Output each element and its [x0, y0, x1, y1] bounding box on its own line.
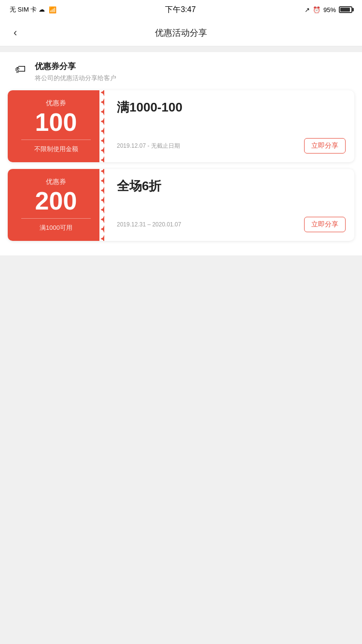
status-time: 下午3:47: [165, 5, 195, 15]
wifi-icon: 📶: [49, 6, 56, 14]
nav-bar: ‹ 优惠活动分享: [0, 19, 362, 46]
coupon-name-1: 满1000-100: [117, 99, 346, 116]
section-title: 优惠券分享: [35, 61, 116, 72]
share-button-1[interactable]: 立即分享: [304, 138, 346, 154]
coupon-card: 优惠券 200 满1000可用 全场6折 2019.12.31 – 2020.0…: [8, 169, 354, 241]
status-left: 无 SIM 卡 ☁ 📶: [10, 5, 56, 14]
status-bar: 无 SIM 卡 ☁ 📶 下午3:47 ↗ ⏰ 95%: [0, 0, 362, 19]
coupon-value-1: 100: [35, 110, 77, 135]
section-text: 优惠券分享 将公司的优惠活动分享给客户: [35, 61, 116, 83]
alarm-icon: ⏰: [313, 6, 320, 14]
coupon-value-2: 200: [35, 188, 77, 213]
coupon-right-1: 满1000-100 2019.12.07 - 无截止日期 立即分享: [104, 90, 354, 162]
coupon-list: 优惠券 100 不限制使用金额 满1000-100 2019.12.07 - 无…: [0, 90, 362, 255]
battery-icon: [339, 6, 352, 13]
top-divider: [0, 46, 362, 52]
page-title: 优惠活动分享: [155, 27, 207, 39]
coupon-divider-1: [21, 140, 91, 140]
bottom-area: [0, 255, 362, 535]
coupon-label-2: 优惠券: [46, 178, 66, 186]
location-icon: ↗: [305, 6, 310, 14]
section-subtitle: 将公司的优惠活动分享给客户: [35, 74, 116, 83]
coupon-meta-1: 2019.12.07 - 无截止日期 立即分享: [117, 138, 346, 154]
coupon-left-1: 优惠券 100 不限制使用金额: [8, 90, 104, 162]
coupon-condition-1: 不限制使用金额: [34, 145, 78, 154]
coupon-date-1: 2019.12.07 - 无截止日期: [117, 142, 180, 150]
coupon-card: 优惠券 100 不限制使用金额 满1000-100 2019.12.07 - 无…: [8, 90, 354, 162]
coupon-label-1: 优惠券: [46, 99, 66, 108]
coupon-divider-2: [21, 218, 91, 219]
share-button-2[interactable]: 立即分享: [304, 217, 346, 232]
coupon-date-2: 2019.12.31 – 2020.01.07: [117, 221, 181, 228]
battery-percent: 95%: [323, 6, 336, 14]
coupon-section-icon: 🏷: [12, 61, 29, 78]
coupon-name-2: 全场6折: [117, 178, 346, 195]
coupon-meta-2: 2019.12.31 – 2020.01.07 立即分享: [117, 217, 346, 232]
coupon-left-2: 优惠券 200 满1000可用: [8, 169, 104, 241]
sim-text: 无 SIM 卡 ☁: [10, 5, 45, 14]
coupon-right-2: 全场6折 2019.12.31 – 2020.01.07 立即分享: [104, 169, 354, 241]
section-header: 🏷 优惠券分享 将公司的优惠活动分享给客户: [0, 52, 362, 90]
coupon-condition-2: 满1000可用: [40, 224, 72, 232]
back-button[interactable]: ‹: [10, 23, 21, 43]
status-right: ↗ ⏰ 95%: [305, 6, 352, 14]
